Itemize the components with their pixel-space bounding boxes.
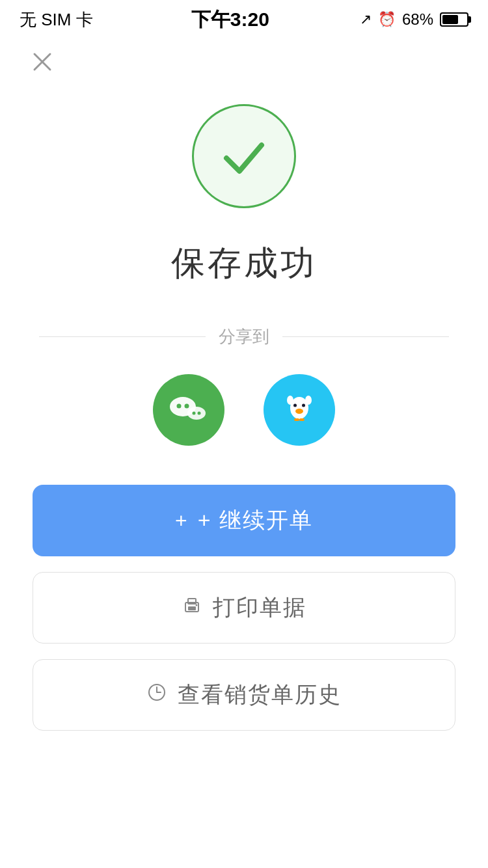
svg-rect-20 (188, 606, 196, 610)
print-icon (182, 595, 202, 621)
action-buttons: + + 继续开单 打印单据 查看销货 (0, 485, 488, 731)
print-button-label: 打印单据 (213, 593, 306, 623)
svg-point-7 (198, 412, 201, 415)
share-icons (153, 374, 335, 446)
divider-line-left (39, 336, 206, 337)
history-icon (146, 682, 167, 708)
share-label: 分享到 (219, 325, 269, 348)
print-button[interactable]: 打印单据 (33, 572, 455, 644)
main-content: 保存成功 分享到 (0, 39, 488, 731)
share-divider: 分享到 (0, 325, 488, 348)
svg-point-5 (187, 407, 206, 420)
history-button[interactable]: 查看销货单历史 (33, 659, 455, 731)
alarm-icon: ⏰ (378, 11, 396, 28)
svg-point-17 (305, 396, 312, 405)
divider-line-right (282, 336, 449, 337)
history-button-label: 查看销货单历史 (178, 680, 342, 710)
wechat-share-button[interactable] (153, 374, 224, 446)
carrier-text: 无 SIM 卡 (20, 8, 93, 31)
location-icon: ↗ (360, 11, 372, 28)
svg-rect-14 (294, 418, 299, 421)
svg-rect-15 (299, 418, 305, 421)
battery-percent: 68% (402, 10, 433, 29)
battery-icon (440, 12, 468, 27)
close-button[interactable] (26, 46, 59, 78)
status-left: 无 SIM 卡 (20, 8, 101, 31)
svg-point-6 (193, 412, 196, 415)
share-section: 分享到 (0, 325, 488, 446)
svg-point-11 (293, 404, 297, 407)
svg-point-4 (185, 404, 189, 409)
svg-point-13 (295, 409, 303, 414)
continue-button-label: + 继续开单 (198, 506, 313, 536)
svg-point-16 (287, 396, 293, 405)
svg-point-12 (302, 404, 305, 407)
status-right: ↗ ⏰ 68% (360, 10, 468, 29)
success-icon-circle (192, 104, 296, 208)
qq-share-button[interactable] (264, 374, 335, 446)
continue-button[interactable]: + + 继续开单 (33, 485, 455, 556)
svg-point-3 (177, 404, 182, 409)
success-title: 保存成功 (171, 241, 317, 286)
continue-plus-icon: + (175, 509, 187, 533)
status-bar: 无 SIM 卡 下午3:20 ↗ ⏰ 68% (0, 0, 488, 39)
svg-point-21 (196, 604, 198, 606)
time-display: 下午3:20 (191, 7, 269, 33)
